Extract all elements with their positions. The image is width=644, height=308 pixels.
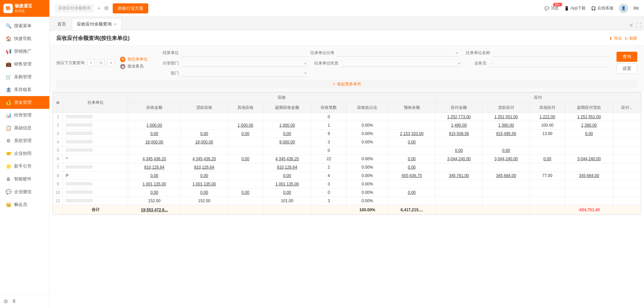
sidebar-settings-btn[interactable]: ⚙: [3, 298, 8, 305]
settlement-unit-input[interactable]: ···: [181, 49, 310, 57]
sidebar-item-wechat[interactable]: 💬 企业微信: [0, 185, 49, 198]
row-other_payable-cell[interactable]: 1,222.00: [530, 113, 565, 121]
row-overdue_receivable-cell[interactable]: 810,126.64: [263, 163, 311, 172]
sidebar-collapse-btn[interactable]: ⏸: [11, 298, 17, 305]
dept2-select[interactable]: ▾: [181, 70, 308, 77]
row-overdue_receivable-cell[interactable]: 1,000.00: [263, 121, 311, 130]
row-loan_receivable-cell[interactable]: 1,001,135.00: [181, 180, 228, 188]
row-other_payable-cell[interactable]: 100.00: [530, 121, 565, 130]
row-overdue_receivable-cell[interactable]: 0.00: [263, 172, 311, 180]
row-overdue_payable-cell[interactable]: 345,684.00: [565, 172, 613, 180]
row-receivable_amount-cell[interactable]: 152.00: [128, 197, 181, 205]
scheme-salesperson-item[interactable]: ⏰ 按业务员: [120, 63, 148, 69]
row-payable_amount-cell[interactable]: 915,508.56: [435, 130, 483, 138]
topbar-app-download[interactable]: 📱 App下载: [564, 5, 586, 11]
sidebar-item-enterprise[interactable]: 🤝 企业协同: [0, 147, 49, 160]
tab-home[interactable]: 首页: [52, 18, 71, 30]
row-prepayment-cell[interactable]: 0.00: [388, 163, 435, 172]
row-other_receivable-cell[interactable]: 0.00: [228, 155, 263, 163]
refresh-button[interactable]: ↻ 刷新: [625, 36, 637, 41]
tab-close-all-icon[interactable]: ✕: [629, 22, 633, 29]
row-overdue_receivable-cell[interactable]: 0.00: [263, 188, 311, 197]
sidebar-item-quick-nav[interactable]: 🏠 快捷导航: [0, 32, 49, 45]
row-payable_amount-cell[interactable]: 1,252,773.00: [435, 113, 483, 121]
sidebar-item-marketing[interactable]: 📢 营销推广: [0, 45, 49, 58]
row-overdue_receivable-cell[interactable]: 101.00: [263, 197, 311, 205]
row-loan_receivable-cell[interactable]: 0.00: [181, 130, 228, 138]
filter-collapse-btn[interactable]: ∧ 收起更多条件: [56, 80, 637, 88]
tab-report[interactable]: 应收应付余额查询 ✕: [72, 18, 122, 30]
row-prepayment-cell[interactable]: 0.00: [388, 138, 435, 146]
salesperson-input[interactable]: ···: [488, 59, 608, 67]
username-label[interactable]: Rit: [634, 6, 639, 11]
sidebar-item-finance[interactable]: 💰 资金管理: [0, 96, 49, 109]
tab-expand-icon[interactable]: ⛶: [636, 23, 641, 29]
row-loan_receivable-cell[interactable]: 810,126.64: [181, 163, 228, 172]
row-overdue_receivable-cell[interactable]: 9,000.00: [263, 138, 311, 146]
collapse-scheme-button[interactable]: «: [107, 59, 115, 67]
row-payable_amount-cell[interactable]: 1,490.00: [435, 121, 483, 130]
sidebar-item-inventory[interactable]: 🏦 库存核算: [0, 83, 49, 96]
row-overdue_receivable-cell[interactable]: 1,001,135.00: [263, 180, 311, 188]
row-overdue_receivable-cell[interactable]: 0.00: [263, 130, 311, 138]
row-loan_payable-cell[interactable]: 345,684.00: [483, 172, 530, 180]
row-loan_receivable-cell[interactable]: 0.00: [181, 172, 228, 180]
sidebar-item-basic[interactable]: 📋 基础信息: [0, 122, 49, 134]
row-loan_payable-cell[interactable]: 3,044,240.00: [483, 155, 530, 163]
tab-close-icon[interactable]: ✕: [114, 22, 117, 27]
row-receivable_amount-cell[interactable]: 810,126.64: [128, 163, 181, 172]
topbar-gear-icon[interactable]: ⚙: [104, 5, 109, 11]
settings-button[interactable]: 设置: [616, 63, 637, 74]
row-receivable_amount-cell[interactable]: 0.00: [128, 130, 181, 138]
dept-select[interactable]: ▾: [181, 60, 308, 67]
topbar-service[interactable]: 🎧 在线客服: [591, 5, 613, 11]
query-button[interactable]: 查询: [616, 52, 637, 62]
sidebar-item-search[interactable]: 🔍 搜索菜单: [0, 19, 49, 32]
row-loan_payable-cell[interactable]: 1,390.00: [483, 121, 530, 130]
row-payable_amount-cell[interactable]: 345,761.00: [435, 172, 483, 180]
user-avatar[interactable]: 👤: [619, 4, 628, 13]
row-receivable_amount-cell[interactable]: 1,000.00: [128, 121, 181, 130]
row-loan_receivable-cell[interactable]: 0.00: [181, 188, 228, 197]
row-payable_amount-cell[interactable]: 3,044,240.00: [435, 155, 483, 163]
partner-category-select[interactable]: ▾: [336, 50, 460, 56]
row-prepayment-cell[interactable]: 655,636.75: [388, 172, 435, 180]
row-loan_payable-cell[interactable]: 0.00: [483, 146, 530, 155]
row-loan_receivable-cell[interactable]: 152.00: [181, 197, 228, 205]
row-receivable_amount-cell[interactable]: 18,000.00: [128, 138, 181, 146]
sidebar-item-guide[interactable]: 🌟 新手引导: [0, 160, 49, 173]
footer-receivable-total[interactable]: 19,553,472.6...: [128, 205, 181, 215]
sidebar-item-hardware[interactable]: 🖥 智能硬件: [0, 173, 49, 185]
export-button[interactable]: ⬆ 导出: [609, 36, 622, 41]
sidebar-item-purchase[interactable]: 🛒 采购管理: [0, 71, 49, 83]
add-scheme-button[interactable]: +: [87, 59, 95, 67]
row-overdue_payable-cell[interactable]: 1,390.00: [565, 121, 613, 130]
row-overdue_receivable-cell[interactable]: 4,345,436.20: [263, 155, 311, 163]
row-receivable_amount-cell[interactable]: 1,001,135.00: [128, 180, 181, 188]
row-other_payable-cell[interactable]: 0.00: [530, 155, 565, 163]
row-loan_payable-cell[interactable]: 1,251,551.00: [483, 113, 530, 121]
row-overdue_payable-cell[interactable]: 3,044,240.00: [565, 155, 613, 163]
scheme-partner-item[interactable]: 畅 按往来单位: [120, 56, 148, 62]
edit-scheme-button[interactable]: ⊙: [97, 59, 105, 67]
row-receivable_amount-cell[interactable]: 0.00: [128, 188, 181, 197]
row-other_payable-cell[interactable]: 77.00: [530, 172, 565, 180]
row-payable_amount-cell[interactable]: 0.00: [435, 146, 483, 155]
sidebar-item-member[interactable]: 👑 畅会员: [0, 198, 49, 211]
sidebar-item-system[interactable]: ⚙ 系统管理: [0, 134, 49, 147]
row-loan_receivable-cell[interactable]: 4,345,436.20: [181, 155, 228, 163]
row-other_receivable-cell[interactable]: 1,000.00: [228, 121, 263, 130]
row-prepayment-cell[interactable]: 0.00: [388, 155, 435, 163]
row-other_receivable-cell[interactable]: 0.00: [228, 188, 263, 197]
row-loan_receivable-cell[interactable]: 18,000.00: [181, 138, 228, 146]
row-other_receivable-cell[interactable]: 0.00: [228, 130, 263, 138]
sidebar-item-sales[interactable]: 💼 销售管理: [0, 58, 49, 71]
row-loan_payable-cell[interactable]: 915,495.56: [483, 130, 530, 138]
row-prepayment-cell[interactable]: 2,153,333.00: [388, 130, 435, 138]
sidebar-item-operation[interactable]: 📊 经营管理: [0, 109, 49, 122]
row-overdue_payable-cell[interactable]: 1,251,551.00: [565, 113, 613, 121]
row-receivable_amount-cell[interactable]: 0.00: [128, 172, 181, 180]
trial-button[interactable]: 体验行业方案: [113, 3, 148, 13]
row-receivable_amount-cell[interactable]: 4,345,436.20: [128, 155, 181, 163]
partner-nature-select[interactable]: ▾: [340, 60, 462, 67]
